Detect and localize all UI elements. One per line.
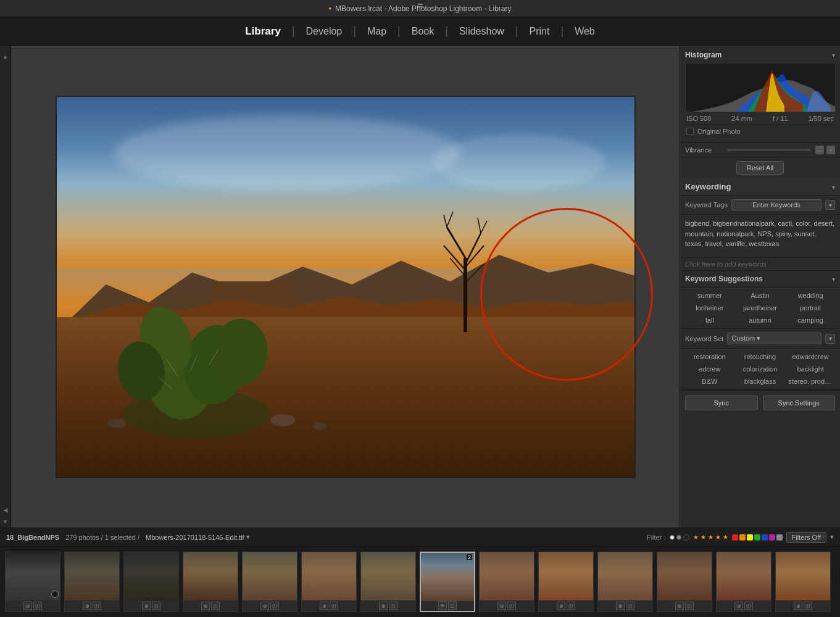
thumb-12-badges: ⊕ ◫ [675, 602, 694, 610]
kwset-edwardcrew[interactable]: edwardcrew [786, 351, 835, 362]
color-label-blue[interactable] [762, 534, 768, 540]
left-panel-arrow-up[interactable]: ▲ [0, 51, 10, 62]
status-filename: Mbowers-20170118-5146-Edit.tif ▾ [146, 533, 250, 541]
kwset-retouching[interactable]: retouching [736, 351, 785, 362]
suggestion-loriheiner[interactable]: loriheiner [685, 302, 734, 313]
filmstrip-thumb-4[interactable]: ⊕ ◫ [183, 552, 238, 612]
filter-label: Filter : [647, 534, 666, 541]
filmstrip-thumb-14[interactable]: ⊕ ◫ [775, 552, 831, 612]
filmstrip-thumb-3[interactable]: ⊕ ◫ [123, 552, 179, 612]
suggestion-portrait[interactable]: portrait [786, 302, 835, 313]
sync-button[interactable]: Sync [685, 395, 758, 410]
thumb-9-badge-2: ◫ [507, 602, 516, 610]
keyword-set-row: Keyword Set Custom ▾ ▾ [680, 329, 840, 349]
keyword-tags-menu-btn[interactable]: ▾ [825, 200, 835, 210]
keywording-header[interactable]: Keywording [680, 178, 840, 196]
color-label-green[interactable] [754, 534, 760, 540]
vibrance-icons: — + [815, 146, 835, 154]
suggestion-fall[interactable]: fall [685, 315, 734, 326]
filmstrip-thumb-5[interactable]: ⊕ ◫ [242, 552, 297, 612]
star-2[interactable]: ★ [701, 534, 706, 540]
vibrance-icon-2[interactable]: + [826, 146, 835, 154]
kwset-edcrew[interactable]: edcrew [685, 363, 734, 375]
filmstrip-thumb-2[interactable]: ⊕ ◫ [64, 552, 120, 612]
star-4[interactable]: ★ [715, 534, 721, 540]
thumb-10-badges: ⊕ ◫ [557, 602, 575, 610]
flag-gray[interactable] [676, 535, 681, 540]
filmstrip: ⊕ ◫ ⊕ ◫ ⊕ ◫ ⊕ ◫ ⊕ ◫ [0, 546, 840, 617]
kwset-bw[interactable]: B&W [685, 376, 734, 387]
filmstrip-thumb-9[interactable]: ⊕ ◫ [479, 552, 534, 612]
nav-map[interactable]: Map [356, 17, 397, 45]
filmstrip-thumb-12[interactable]: ⊕ ◫ [657, 552, 712, 612]
kwset-stereo-product[interactable]: stereo. product [786, 376, 835, 387]
flag-reject[interactable] [683, 534, 689, 540]
svg-line-6 [465, 233, 481, 264]
thumb-11-badge-1: ⊕ [616, 602, 625, 610]
suggestion-jaredheiner[interactable]: jaredheiner [736, 302, 785, 313]
thumb-8-number: 2 [467, 554, 472, 560]
keywords-input[interactable]: Click here to add keywords [680, 258, 840, 271]
vibrance-row: Vibrance — + [680, 143, 840, 157]
filmstrip-thumb-11[interactable]: ⊕ ◫ [597, 552, 653, 612]
flag-white[interactable] [670, 535, 675, 540]
thumb-8-badge-1: ⊕ [438, 601, 447, 610]
keyword-set-select[interactable]: Custom ▾ [727, 333, 821, 344]
suggestion-austin[interactable]: Austin [736, 290, 785, 301]
svg-point-26 [271, 414, 296, 426]
color-label-red[interactable] [732, 534, 738, 540]
filmstrip-thumb-1[interactable]: ⊕ ◫ [5, 552, 60, 612]
filmstrip-thumb-7[interactable]: ⊕ ◫ [360, 552, 416, 612]
filmstrip-thumb-13[interactable]: ⊕ ◫ [716, 552, 771, 612]
histogram-chevron[interactable] [832, 51, 835, 59]
suggestion-camping[interactable]: camping [786, 315, 835, 326]
thumb-4-badge-2: ◫ [211, 602, 220, 610]
thumb-13-badges: ⊕ ◫ [734, 602, 753, 610]
reset-all-button[interactable]: Reset All [736, 161, 784, 175]
left-panel: ▲ ◀ ▼ [0, 46, 11, 528]
filmstrip-thumb-10[interactable]: ⊕ ◫ [538, 552, 594, 612]
enter-keywords-button[interactable]: Enter Keywords [731, 199, 821, 210]
thumb-5-badges: ⊕ ◫ [260, 602, 279, 610]
star-3[interactable]: ★ [708, 534, 713, 540]
kwset-blackglass[interactable]: blackglass [736, 376, 785, 387]
sync-row: Sync Sync Settings [680, 390, 840, 415]
star-5[interactable]: ★ [723, 534, 728, 540]
filmstrip-thumb-8-selected[interactable]: 2 ⊕ ◫ [420, 552, 475, 612]
thumb-6-badge-1: ⊕ [320, 602, 328, 610]
sync-settings-button[interactable]: Sync Settings [763, 395, 836, 410]
kwset-backlight[interactable]: backlight [786, 363, 835, 375]
vibrance-icon-1[interactable]: — [815, 146, 824, 154]
left-panel-arrow-down[interactable]: ▼ [0, 516, 10, 528]
svg-point-27 [312, 423, 327, 430]
kwset-colorization[interactable]: colorization [736, 363, 785, 375]
histogram-canvas [685, 63, 836, 112]
filmstrip-thumb-6[interactable]: ⊕ ◫ [301, 552, 357, 612]
filename-dropdown-arrow[interactable]: ▾ [246, 533, 250, 541]
color-label-orange[interactable] [739, 534, 746, 540]
suggestion-autumn[interactable]: autumn [736, 315, 785, 326]
nav-web[interactable]: Web [563, 17, 606, 45]
filters-off-button[interactable]: Filters Off [786, 532, 826, 543]
keyword-set-menu-btn[interactable]: ▾ [825, 334, 835, 344]
color-label-gray[interactable] [776, 534, 783, 540]
nav-print[interactable]: Print [518, 17, 561, 45]
left-panel-arrow-mid[interactable]: ◀ [1, 504, 10, 516]
color-label-purple[interactable] [769, 534, 775, 540]
nav-library[interactable]: Library [234, 17, 292, 45]
color-label-yellow[interactable] [747, 534, 753, 540]
suggestion-summer[interactable]: summer [685, 290, 734, 301]
filters-dropdown-arrow[interactable]: ▾ [830, 533, 834, 541]
keywording-chevron[interactable] [832, 183, 835, 191]
color-labels [732, 534, 783, 540]
kwset-restoration[interactable]: restoration [685, 351, 734, 362]
original-photo-checkbox[interactable] [686, 128, 694, 135]
star-1[interactable]: ★ [693, 534, 699, 540]
cloud-layer-2 [432, 135, 605, 191]
suggestions-chevron[interactable] [832, 275, 835, 283]
nav-slideshow[interactable]: Slideshow [448, 17, 515, 45]
vibrance-slider[interactable] [727, 149, 810, 151]
suggestion-wedding[interactable]: wedding [786, 290, 835, 301]
nav-develop[interactable]: Develop [295, 17, 354, 45]
nav-book[interactable]: Book [401, 17, 445, 45]
